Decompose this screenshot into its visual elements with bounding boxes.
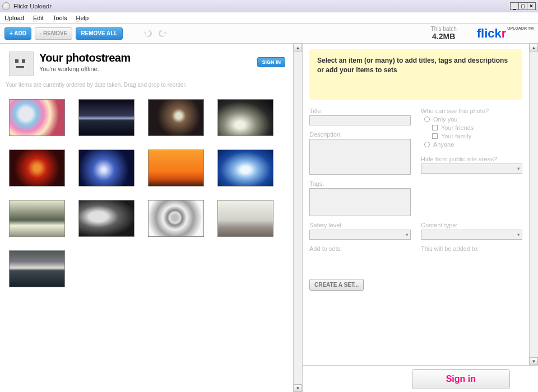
add-button[interactable]: + ADD — [4, 27, 31, 40]
thumbnail[interactable] — [78, 150, 134, 186]
thumbnail[interactable] — [78, 200, 134, 237]
tags-input[interactable] — [309, 188, 411, 216]
photostream-header: Your photostream You're working offline.… — [0, 44, 293, 78]
thumbnail[interactable] — [217, 200, 273, 237]
description-input[interactable] — [309, 139, 411, 175]
app-icon — [2, 2, 10, 10]
left-panel: Your photostream You're working offline.… — [0, 44, 303, 392]
svg-rect-2 — [16, 66, 24, 68]
toolbar: + ADD - REMOVE REMOVE ALL This batch 4.2… — [0, 24, 538, 44]
rotate-right-icon[interactable] — [156, 29, 168, 39]
privacy-anyone[interactable]: Anyone — [424, 141, 522, 148]
thumbnail[interactable] — [217, 99, 273, 136]
content-label: Content type: — [421, 222, 522, 228]
menu-edit[interactable]: Edit — [33, 15, 44, 21]
thumbnail[interactable] — [9, 150, 65, 186]
title-label: Title: — [309, 108, 411, 114]
info-banner: Select an item (or many) to add titles, … — [309, 49, 522, 100]
thumbnail[interactable] — [9, 250, 65, 287]
addsets-label: Add to sets: — [309, 245, 411, 252]
close-button[interactable]: × — [527, 2, 536, 10]
privacy-label: Who can see this photo? — [421, 108, 522, 114]
svg-rect-0 — [15, 59, 18, 63]
thumbnail[interactable] — [148, 150, 204, 186]
rotation-icons — [143, 29, 168, 39]
left-scrollbar[interactable]: ▲ ▼ — [293, 44, 302, 392]
main: Your photostream You're working offline.… — [0, 44, 538, 392]
remove-button[interactable]: - REMOVE — [35, 27, 72, 40]
signin-small-button[interactable]: SIGN IN — [257, 57, 285, 67]
scroll-down-icon[interactable]: ▼ — [530, 357, 538, 365]
rotate-left-icon[interactable] — [143, 29, 154, 39]
tags-label: Tags: — [309, 180, 411, 187]
signin-button[interactable]: Sign in — [412, 369, 510, 389]
safety-select[interactable] — [309, 230, 411, 240]
flickr-logo: flickrUPLOADR TM — [477, 26, 534, 41]
privacy-family[interactable]: Your family — [424, 133, 522, 139]
thumbnail[interactable] — [9, 99, 65, 136]
footer: Sign in — [303, 365, 538, 392]
menu-tools[interactable]: Tools — [53, 15, 67, 21]
content-select[interactable] — [421, 230, 522, 240]
thumbnail-grid — [0, 94, 293, 293]
photostream-title: Your photostream — [39, 52, 131, 64]
window-title: Flickr Uploadr — [13, 3, 511, 10]
thumbnail[interactable] — [78, 99, 134, 136]
photostream-subtitle: You're working offline. — [39, 66, 131, 72]
thumbnail[interactable] — [148, 99, 204, 136]
maximize-button[interactable]: □ — [518, 2, 527, 10]
batch-label: This batch — [431, 26, 457, 32]
safety-label: Safety level: — [309, 222, 411, 228]
thumbnail[interactable] — [9, 200, 65, 237]
scroll-up-icon[interactable]: ▲ — [530, 44, 538, 52]
svg-rect-1 — [22, 59, 25, 63]
batch-info: This batch 4.2MB — [431, 26, 457, 41]
thumbnail[interactable] — [148, 200, 204, 237]
batch-size: 4.2MB — [431, 32, 457, 41]
addedto-label: This will be added to: — [421, 245, 522, 252]
right-scrollbar[interactable]: ▲ ▼ — [529, 44, 538, 365]
create-set-button[interactable]: CREATE A SET... — [309, 279, 364, 291]
face-icon — [9, 52, 34, 76]
titlebar: Flickr Uploadr _ □ × — [0, 0, 538, 12]
remove-all-button[interactable]: REMOVE ALL — [76, 27, 122, 40]
privacy-only-you[interactable]: Only you — [424, 116, 522, 123]
menu-help[interactable]: Help — [76, 15, 89, 21]
privacy-friends[interactable]: Your friends — [424, 124, 522, 131]
scroll-up-icon[interactable]: ▲ — [294, 44, 302, 52]
description-label: Description: — [309, 131, 411, 138]
hide-select[interactable] — [421, 164, 522, 174]
right-panel: Select an item (or many) to add titles, … — [303, 44, 538, 392]
title-input[interactable] — [309, 115, 411, 125]
menubar: Upload Edit Tools Help — [0, 12, 538, 24]
window-controls: _ □ × — [511, 2, 536, 10]
reorder-hint: Your items are currently ordered by date… — [0, 78, 293, 94]
scroll-down-icon[interactable]: ▼ — [294, 384, 302, 392]
hide-label: Hide from public site areas? — [421, 156, 522, 162]
thumbnail[interactable] — [217, 150, 273, 186]
menu-upload[interactable]: Upload — [4, 15, 24, 21]
minimize-button[interactable]: _ — [510, 2, 519, 10]
